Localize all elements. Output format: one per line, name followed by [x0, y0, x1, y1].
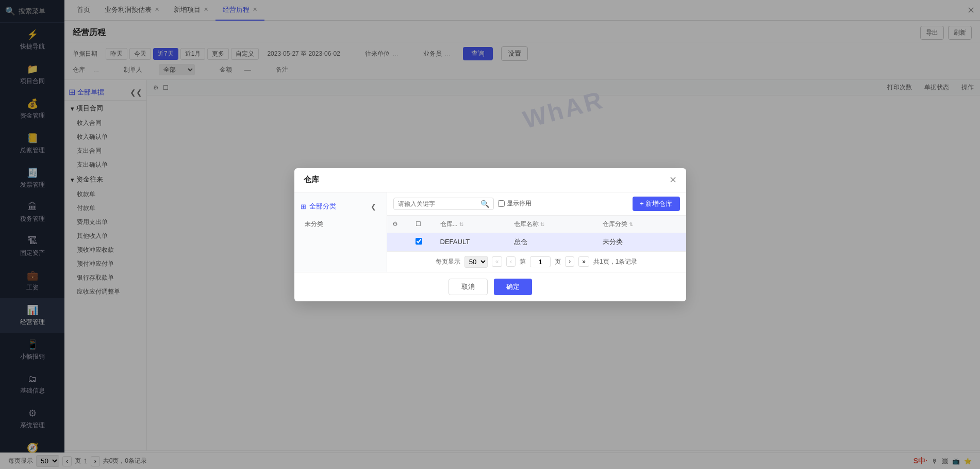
row-check[interactable] [410, 233, 435, 251]
row-name: 总仓 [509, 233, 597, 251]
modal-tree: ⊞ 全部分类 ❮ 未分类 [294, 192, 387, 272]
show-disabled-text: 显示停用 [507, 199, 531, 208]
modal-header: 仓库 ✕ [294, 168, 686, 192]
th-name-label: 仓库名称 ⇅ [514, 220, 544, 228]
modal-next-btn[interactable]: › [565, 256, 574, 267]
tree-item-未分类[interactable]: 未分类 [294, 217, 387, 232]
show-disabled-label: 显示停用 [498, 199, 531, 208]
modal-page-input[interactable] [530, 256, 551, 267]
th-category: 仓库分类 ⇅ [597, 216, 686, 233]
row-category: 未分类 [597, 233, 686, 251]
modal-page-label: 第 [520, 257, 526, 266]
modal-page-unit: 页 [555, 257, 561, 266]
modal-right: 🔍 显示停用 + 新增仓库 ⚙ [387, 192, 686, 272]
modal-toolbar: 🔍 显示停用 + 新增仓库 [387, 192, 686, 216]
tree-collapse-btn[interactable]: ❮ [367, 201, 380, 213]
table-header-row: ⚙ ☐ 仓库... ⇅ 仓库名称 ⇅ 仓库分类 ⇅ [387, 216, 686, 233]
modal-prev-btn[interactable]: ‹ [506, 256, 516, 267]
modal-last-btn[interactable]: » [578, 256, 589, 267]
modal-footer: 取消 确定 [294, 272, 686, 301]
tree-all-text: 全部分类 [309, 202, 336, 211]
row-settings [387, 233, 411, 251]
modal-per-page-select[interactable]: 50 [464, 256, 488, 268]
modal-overlay: 仓库 ✕ ⊞ 全部分类 ❮ 未分类 [0, 0, 980, 469]
modal-total-label: 共1页，1条记录 [593, 257, 637, 266]
warehouse-modal: 仓库 ✕ ⊞ 全部分类 ❮ 未分类 [294, 168, 686, 301]
modal-pagination: 每页显示 50 « ‹ 第 第 页 › » 共1页，1条记录 [387, 251, 686, 272]
th-code-label: 仓库... ⇅ [440, 220, 463, 228]
th-code: 仓库... ⇅ [435, 216, 509, 233]
grid-icon-tree: ⊞ [301, 203, 306, 211]
show-disabled-checkbox[interactable] [498, 200, 505, 207]
warehouse-table: ⚙ ☐ 仓库... ⇅ 仓库名称 ⇅ 仓库分类 ⇅ [387, 216, 686, 251]
modal-table: ⚙ ☐ 仓库... ⇅ 仓库名称 ⇅ 仓库分类 ⇅ [387, 216, 686, 251]
modal-close-btn[interactable]: ✕ [669, 174, 677, 186]
modal-confirm-btn[interactable]: 确定 [494, 279, 532, 295]
modal-title: 仓库 [304, 175, 319, 185]
th-name: 仓库名称 ⇅ [509, 216, 597, 233]
modal-search-input[interactable] [398, 200, 480, 207]
tree-items: 未分类 [294, 217, 387, 232]
tree-all-label[interactable]: ⊞ 全部分类 ❮ [294, 197, 387, 217]
modal-first-btn[interactable]: « [492, 256, 503, 267]
th-check: ☐ [410, 216, 435, 233]
modal-cancel-btn[interactable]: 取消 [449, 279, 488, 295]
modal-per-page-label: 每页显示 [436, 257, 460, 266]
modal-body: ⊞ 全部分类 ❮ 未分类 🔍 [294, 192, 686, 272]
th-category-label: 仓库分类 ⇅ [603, 220, 633, 228]
modal-search-wrap: 🔍 [393, 198, 494, 210]
th-settings: ⚙ [387, 216, 411, 233]
modal-search-icon: 🔍 [480, 200, 489, 208]
modal-table-body: DEFAULT 总仓 未分类 [387, 233, 686, 251]
row-code: DEFAULT [435, 233, 509, 251]
add-warehouse-btn[interactable]: + 新增仓库 [633, 197, 679, 211]
table-row[interactable]: DEFAULT 总仓 未分类 [387, 233, 686, 251]
